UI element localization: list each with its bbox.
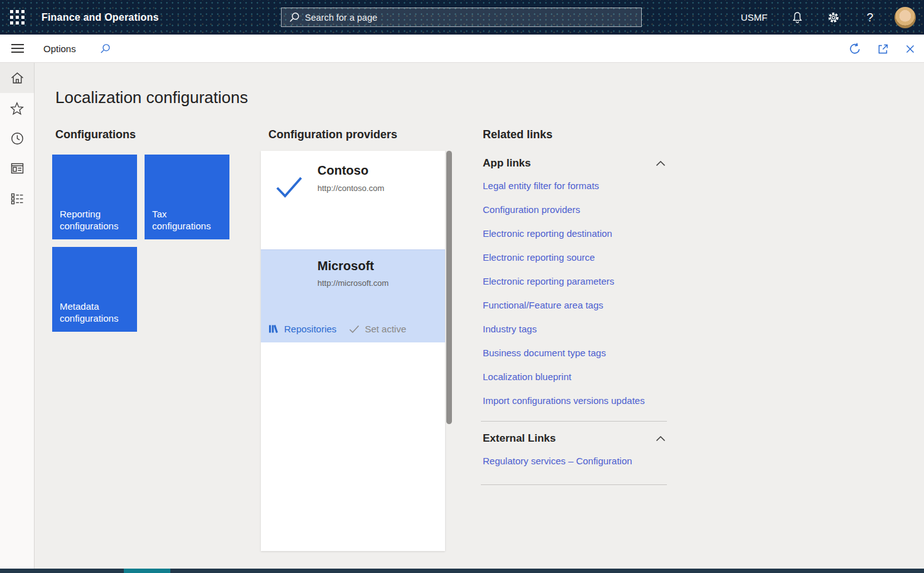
modules-list-icon: [11, 193, 24, 205]
top-bar-right-cluster: USMF ?: [741, 0, 924, 35]
link-functional-feature-tags[interactable]: Functional/Feature area tags: [483, 300, 667, 310]
waffle-icon: [10, 10, 25, 25]
open-in-new-window-button[interactable]: [877, 43, 889, 55]
repositories-button[interactable]: Repositories: [268, 324, 336, 334]
provider-list: Contoso http://contoso.com Microsoft htt…: [261, 151, 445, 551]
provider-row-microsoft[interactable]: Microsoft http://microsoft.com Repositor…: [261, 249, 445, 342]
workspace-form-icon: [11, 163, 24, 174]
tile-metadata-configurations[interactable]: Metadata configurations: [52, 247, 137, 332]
action-search-button[interactable]: [100, 43, 111, 54]
tile-tax-configurations[interactable]: Tax configurations: [145, 155, 229, 239]
user-avatar[interactable]: [894, 7, 916, 28]
question-mark-icon: ?: [867, 11, 874, 25]
configurations-tile-group: Reporting configurations Tax configurati…: [52, 155, 229, 332]
sidebar-item-recent[interactable]: [0, 123, 34, 153]
search-icon: [289, 12, 300, 23]
tile-reporting-configurations[interactable]: Reporting configurations: [52, 155, 137, 239]
sidebar-item-home[interactable]: [0, 63, 34, 93]
popout-icon: [877, 43, 889, 55]
external-links-list: Regulatory services – Configuration: [481, 456, 667, 466]
clock-icon: [11, 132, 24, 145]
check-icon: [349, 325, 360, 334]
link-business-document-type-tags[interactable]: Business document type tags: [483, 347, 667, 357]
page-search-box[interactable]: [281, 8, 642, 27]
link-er-parameters[interactable]: Electronic reporting parameters: [483, 276, 667, 286]
provider-url: http://microsoft.com: [317, 278, 388, 288]
app-title: Finance and Operations: [41, 12, 159, 23]
horizontal-scrollbar-track: [0, 569, 924, 573]
providers-header: Configuration providers: [268, 128, 397, 141]
link-regulatory-services-configuration[interactable]: Regulatory services – Configuration: [483, 456, 667, 466]
page-title: Localization configurations: [55, 88, 248, 107]
collapse-app-links-button[interactable]: [656, 160, 667, 166]
configurations-header: Configurations: [55, 128, 136, 141]
link-import-configurations-versions[interactable]: Import configurations versions updates: [483, 395, 667, 405]
company-picker[interactable]: USMF: [741, 12, 768, 23]
tile-label: Reporting configurations: [60, 208, 129, 232]
action-bar: Options: [0, 35, 924, 63]
tile-label: Metadata configurations: [60, 300, 129, 324]
horizontal-scrollbar-thumb[interactable]: [124, 569, 170, 573]
top-app-bar: Finance and Operations USMF: [0, 0, 924, 35]
divider: [481, 421, 667, 422]
bell-icon: [791, 11, 803, 24]
app-links-title: App links: [481, 157, 531, 170]
settings-button[interactable]: [827, 11, 840, 25]
provider-list-scrollbar[interactable]: [446, 151, 452, 424]
external-links-title: External Links: [481, 432, 556, 445]
provider-name: Microsoft: [317, 259, 374, 273]
home-icon: [10, 71, 25, 85]
nav-menu-button[interactable]: [0, 35, 35, 63]
repositories-label: Repositories: [284, 324, 336, 334]
options-menu[interactable]: Options: [43, 43, 76, 54]
dynamics-365-window: Finance and Operations USMF: [0, 0, 924, 573]
gear-icon: [827, 11, 840, 24]
link-legal-entity-filter[interactable]: Legal entity filter for formats: [483, 180, 667, 190]
star-icon: [10, 102, 24, 115]
external-links-group-header: External Links: [481, 432, 667, 445]
provider-name: Contoso: [317, 163, 368, 178]
sidebar-item-favorites[interactable]: [0, 93, 34, 123]
link-configuration-providers[interactable]: Configuration providers: [483, 204, 667, 214]
search-input[interactable]: [305, 13, 641, 23]
app-links-group-header: App links: [481, 156, 667, 170]
collapse-external-links-button[interactable]: [656, 435, 667, 442]
close-button[interactable]: [905, 44, 915, 54]
provider-url: http://contoso.com: [317, 183, 384, 193]
related-links-panel: App links Legal entity filter for format…: [481, 151, 667, 485]
nav-rail: [0, 63, 35, 569]
refresh-icon: [849, 43, 861, 55]
link-industry-tags[interactable]: Industry tags: [483, 324, 667, 334]
help-button[interactable]: ?: [863, 11, 877, 25]
refresh-button[interactable]: [849, 43, 861, 55]
provider-actions: Repositories Set active: [268, 324, 406, 334]
link-er-source[interactable]: Electronic reporting source: [483, 252, 667, 262]
action-bar-right-cluster: [849, 35, 924, 63]
divider: [481, 484, 667, 485]
related-links-header: Related links: [483, 128, 553, 141]
chevron-up-icon: [656, 435, 666, 442]
link-er-destination[interactable]: Electronic reporting destination: [483, 228, 667, 238]
chevron-up-icon: [656, 160, 666, 166]
active-check-icon: [276, 176, 302, 200]
sidebar-item-workspaces[interactable]: [0, 153, 34, 183]
close-icon: [905, 44, 915, 54]
app-launcher-button[interactable]: [0, 0, 35, 35]
notifications-button[interactable]: [790, 11, 804, 25]
set-active-label: Set active: [365, 324, 406, 334]
sidebar-item-modules[interactable]: [0, 183, 34, 214]
tile-label: Tax configurations: [152, 208, 222, 232]
set-active-button[interactable]: Set active: [349, 324, 406, 334]
hamburger-icon: [11, 44, 24, 45]
link-localization-blueprint[interactable]: Localization blueprint: [483, 371, 667, 381]
search-icon: [100, 43, 111, 54]
provider-row-contoso[interactable]: Contoso http://contoso.com: [261, 151, 445, 249]
books-icon: [268, 324, 279, 334]
app-links-list: Legal entity filter for formats Configur…: [481, 180, 667, 405]
